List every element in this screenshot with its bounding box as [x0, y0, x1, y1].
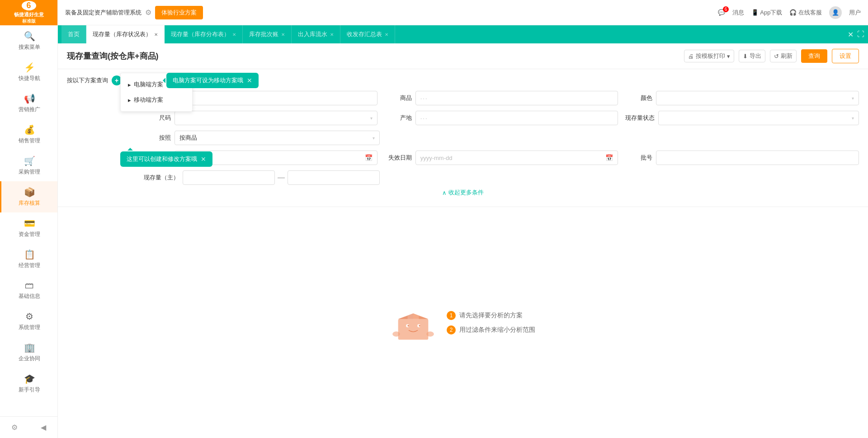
quicknav-icon: ⚡ — [24, 62, 35, 73]
status-input[interactable]: ▾ — [658, 111, 859, 125]
origin-input[interactable]: ··· — [415, 111, 618, 125]
sidebar-item-sales[interactable]: 💰 销售管理 — [0, 119, 57, 150]
batch-input[interactable] — [656, 151, 859, 165]
sidebar-item-purchase[interactable]: 🛒 采购管理 — [0, 150, 57, 181]
scheme-mobile-item[interactable]: ▸ 移动端方案 — [121, 92, 192, 108]
sidebar-item-guide[interactable]: 🎓 新手引导 — [0, 368, 57, 399]
empty-illustration — [391, 300, 436, 345]
logo-icon: 6 — [22, 1, 36, 10]
search-button[interactable]: 查询 — [801, 49, 827, 63]
logo-subtitle: 标准版 — [22, 18, 36, 24]
close-icon[interactable]: ✕ — [385, 32, 388, 37]
sidebar-item-enterprise[interactable]: 🏢 企业协同 — [0, 337, 57, 368]
settings-button[interactable]: ⚙ — [9, 421, 19, 433]
size-input[interactable]: ▾ — [175, 111, 377, 125]
range-separator: — — [278, 174, 285, 182]
tab-inout[interactable]: 出入库流水 ✕ — [292, 25, 340, 43]
goods-input[interactable]: ··· — [415, 91, 618, 105]
sidebar-item-operations[interactable]: 📋 经营管理 — [0, 244, 57, 275]
chevron-down-icon: ▾ — [852, 96, 854, 101]
topbar-left: 装备及固定资产辅助管理系统 ⚙ 体验行业方案 — [65, 6, 203, 19]
print-button[interactable]: 🖨 按模板打印 ▾ — [684, 50, 734, 62]
chevron-up-icon: ∧ — [442, 189, 447, 196]
tab-inventory-status-label: 现存量（库存状况表） — [93, 30, 151, 38]
filter-row-1: 仓库 ··· 商品 ··· 颜色 — [144, 91, 859, 105]
content-area: 现存量查询(按仓库+商品) 🖨 按模板打印 ▾ ⬇ 导出 ↺ 刷新 查询 设置 — [58, 43, 868, 438]
collapse-button[interactable]: ◀ — [39, 421, 48, 433]
close-icon[interactable]: ✕ — [330, 32, 334, 37]
close-icon[interactable]: ✕ — [154, 32, 158, 37]
tab-home[interactable]: 首页 — [61, 25, 86, 43]
by-input[interactable]: 按商品 ▾ — [175, 131, 380, 145]
tab-collect[interactable]: 收发存汇总表 ✕ — [340, 25, 395, 43]
hint-number-1: 1 — [447, 311, 456, 320]
empty-state: 1 请先选择要分析的方案 2 用过滤条件来缩小分析范围 — [58, 207, 868, 438]
calendar-icon: 📅 — [365, 154, 373, 161]
sidebar-item-search[interactable]: 🔍 搜索菜单 — [0, 25, 57, 57]
qty-from-input[interactable] — [183, 170, 275, 185]
sidebar-item-quicknav[interactable]: ⚡ 快捷导航 — [0, 57, 57, 88]
tooltip-edit: 这里可以创建和修改方案哦 ✕ — [120, 151, 212, 167]
print-icon: 🖨 — [688, 53, 694, 60]
close-icon[interactable]: ✕ — [281, 32, 285, 37]
app-download[interactable]: 📱 App下载 — [751, 9, 782, 17]
filter-group-size: 尺码 ▾ — [144, 111, 377, 125]
page-actions: 🖨 按模板打印 ▾ ⬇ 导出 ↺ 刷新 查询 设置 — [684, 49, 859, 63]
sidebar-item-system[interactable]: ⚙ 系统管理 — [0, 306, 57, 337]
close-icon[interactable]: ✕ — [232, 32, 236, 37]
gear-icon[interactable]: ⚙ — [145, 8, 151, 17]
expdate-label: 失效日期 — [385, 154, 412, 162]
user-avatar[interactable]: 👤 — [829, 6, 842, 19]
user-label: 用户 — [849, 9, 861, 17]
svg-rect-0 — [398, 319, 429, 339]
hint-number-2: 2 — [447, 325, 456, 334]
chevron-down-icon: ▾ — [727, 53, 730, 60]
filter-rows: 仓库 ··· 商品 ··· 颜色 — [144, 91, 859, 185]
sidebar-logo: 6 畅捷通好生意 标准版 — [0, 0, 57, 25]
tab-inventory-dist-label: 现存量（库存分布表） — [171, 30, 230, 38]
tooltip-pc-close[interactable]: ✕ — [247, 77, 252, 84]
sidebar-item-label: 库存核算 — [19, 199, 40, 207]
scheme-mobile-label: 移动端方案 — [134, 96, 163, 104]
tab-close-all-button[interactable]: ✕ — [848, 30, 854, 39]
sidebar-item-label: 资金管理 — [19, 231, 40, 238]
sidebar-item-label: 基础信息 — [19, 292, 40, 300]
tab-inventory-dist[interactable]: 现存量（库存分布表） ✕ — [165, 25, 243, 43]
qty-to-input[interactable] — [288, 170, 380, 185]
page-title: 现存量查询(按仓库+商品) — [67, 51, 159, 61]
sidebar-item-label: 经营管理 — [19, 262, 40, 269]
sidebar-item-inventory[interactable]: 📦 库存核算 — [0, 181, 57, 212]
message-button[interactable]: 💬 6 — [718, 9, 725, 16]
tab-inventory-status[interactable]: 现存量（库存状况表） ✕ — [86, 25, 165, 43]
tab-batch[interactable]: 库存批次账 ✕ — [243, 25, 292, 43]
hint-text-2: 用过滤条件来缩小分析范围 — [459, 326, 535, 334]
chevron-down-icon: ▾ — [852, 116, 854, 121]
tooltip-edit-close[interactable]: ✕ — [201, 155, 206, 163]
avatar-icon: 👤 — [832, 9, 839, 16]
export-button[interactable]: ⬇ 导出 — [739, 50, 765, 62]
message-label: 消息 — [732, 9, 744, 17]
reset-button[interactable]: 设置 — [832, 49, 859, 63]
goods-dots: ··· — [420, 95, 428, 102]
warehouse-input[interactable]: ··· — [175, 91, 377, 105]
chevron-down-icon: ▾ — [373, 136, 375, 141]
refresh-button[interactable]: ↺ 刷新 — [770, 50, 797, 62]
sidebar-item-basic[interactable]: 🗃 基础信息 — [0, 275, 57, 306]
sidebar-item-marketing[interactable]: 📢 营销推广 — [0, 88, 57, 119]
logo-title: 畅捷通好生意 — [14, 11, 44, 18]
filter-row-2: 尺码 ▾ 产地 ··· 现存量状态 — [144, 111, 859, 125]
collapse-button[interactable]: ∧ 收起更多条件 — [67, 185, 859, 200]
expdate-input[interactable]: yyyy-mm-dd 📅 — [415, 151, 618, 165]
filter-group-status: 现存量状态 ▾ — [625, 111, 859, 125]
online-service[interactable]: 🎧 在线客服 — [789, 9, 822, 17]
filter-area: 按以下方案查询 + ↺ ← ▸ 电脑端方案 ▸ 移动端方案 电脑方案可设为移动方… — [58, 69, 868, 207]
color-input[interactable]: ▾ — [656, 91, 859, 105]
enterprise-icon: 🏢 — [24, 342, 35, 353]
filter-group-color: 颜色 ▾ — [625, 91, 859, 105]
trial-button[interactable]: 体验行业方案 — [155, 6, 203, 19]
empty-text: 1 请先选择要分析的方案 2 用过滤条件来缩小分析范围 — [447, 311, 535, 334]
system-icon: ⚙ — [25, 311, 33, 322]
tab-fullscreen-button[interactable]: ⛶ — [857, 30, 864, 39]
scheme-pc-label: 电脑端方案 — [134, 80, 163, 89]
sidebar-item-finance[interactable]: 💳 资金管理 — [0, 212, 57, 244]
